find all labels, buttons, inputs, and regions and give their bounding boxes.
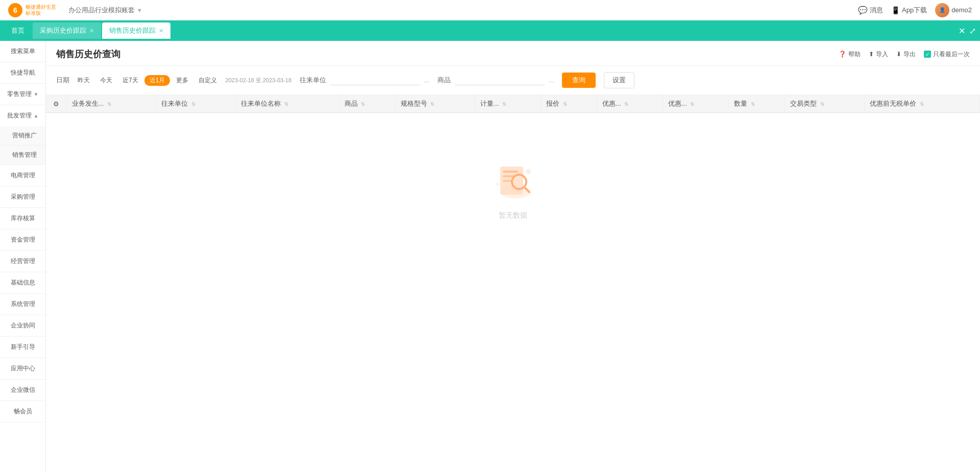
message-label: 消息 xyxy=(870,6,883,15)
th-biz-date[interactable]: 业务发生... ⇅ xyxy=(66,95,156,113)
table-container: ⚙ 业务发生... ⇅ 往来单位 ⇅ 往来单位名称 ⇅ xyxy=(46,95,980,472)
tab-home[interactable]: 首页 xyxy=(4,22,32,39)
sidebar-item-new-guide[interactable]: 新手引导 xyxy=(0,337,45,358)
date-range-text: 2023-02-18 至 2023-03-18 xyxy=(225,77,291,84)
th-unit[interactable]: 计量... ⇅ xyxy=(475,95,541,113)
tab-home-label: 首页 xyxy=(11,26,24,35)
th-partner-name[interactable]: 往来单位名称 ⇅ xyxy=(236,95,339,113)
goods-dots-btn[interactable]: ... xyxy=(549,77,554,84)
sidebar-label-inventory: 库存核算 xyxy=(11,214,35,223)
table-header: ⚙ 业务发生... ⇅ 往来单位 ⇅ 往来单位名称 ⇅ xyxy=(46,95,980,113)
sidebar-item-enterprise-collab[interactable]: 企业协同 xyxy=(0,315,45,337)
partner-dots-btn[interactable]: ... xyxy=(424,77,429,84)
app-title-area[interactable]: 办公用品行业模拟账套 ▼ xyxy=(68,6,142,15)
date-btn-yesterday[interactable]: 昨天 xyxy=(74,75,94,86)
svg-rect-2 xyxy=(503,171,518,173)
sort-unit-icon: ⇅ xyxy=(502,101,506,107)
sidebar-label-basic-info: 基础信息 xyxy=(11,278,35,287)
sidebar-item-marketing[interactable]: 营销推广 xyxy=(0,126,45,146)
sidebar-item-basic-info[interactable]: 基础信息 xyxy=(0,272,45,294)
sidebar-item-inventory[interactable]: 库存核算 xyxy=(0,208,45,229)
tab-bar-right: ✕ ⤢ xyxy=(959,26,976,36)
sidebar: 搜索菜单 快捷导航 零售管理 ▼ 批发管理 ▲ 营销推广 销售管理 电商管理 采… xyxy=(0,41,46,472)
sidebar-item-wholesale[interactable]: 批发管理 ▲ xyxy=(0,105,45,126)
th-discount2[interactable]: 优惠... ⇅ xyxy=(663,95,728,113)
only-last-checkbox-area[interactable]: ✓ 只看最后一次 xyxy=(924,50,970,59)
date-btn-1month[interactable]: 近1月 xyxy=(144,75,170,86)
message-btn[interactable]: 💬 消息 xyxy=(858,6,883,15)
sidebar-item-quick-nav[interactable]: 快捷导航 xyxy=(0,62,45,84)
close-window-icon[interactable]: ✕ xyxy=(959,26,965,36)
sort-discount2-icon: ⇅ xyxy=(690,101,694,107)
empty-icon xyxy=(487,154,538,205)
tab-purchase-close[interactable]: ✕ xyxy=(89,28,94,34)
sidebar-item-ecommerce[interactable]: 电商管理 xyxy=(0,165,45,186)
date-btn-custom[interactable]: 自定义 xyxy=(194,75,221,86)
sidebar-item-ops[interactable]: 经营管理 xyxy=(0,251,45,272)
sidebar-item-enterprise-wechat[interactable]: 企业微信 xyxy=(0,380,45,401)
sidebar-label-wholesale: 批发管理 xyxy=(7,111,32,120)
sort-pre-tax-price-icon: ⇅ xyxy=(920,101,924,107)
export-icon: ⬇ xyxy=(896,51,901,58)
export-btn[interactable]: ⬇ 导出 xyxy=(896,50,916,59)
partner-input[interactable] xyxy=(330,75,420,85)
goods-filter-group: 商品 ... xyxy=(437,75,554,85)
tab-sales-history[interactable]: 销售历史价跟踪 ✕ xyxy=(102,22,170,39)
date-label: 日期 xyxy=(56,76,69,85)
empty-text: 暂无数据 xyxy=(499,211,527,220)
message-icon: 💬 xyxy=(858,6,868,15)
top-header: 6 畅捷通好生意 标准版 办公用品行业模拟账套 ▼ 💬 消息 📱 App下载 👤… xyxy=(0,0,980,20)
th-spec[interactable]: 规格型号 ⇅ xyxy=(395,95,475,113)
page-title: 销售历史价查询 xyxy=(56,48,120,60)
date-btn-7days[interactable]: 近7天 xyxy=(118,75,142,86)
sidebar-item-member[interactable]: 畅会员 xyxy=(0,401,45,422)
date-buttons: 昨天 今天 近7天 近1月 更多 自定义 xyxy=(74,75,221,86)
th-partner-code[interactable]: 往来单位 ⇅ xyxy=(156,95,236,113)
user-area[interactable]: 👤 demo2 xyxy=(935,3,972,17)
th-goods[interactable]: 商品 ⇅ xyxy=(339,95,395,113)
app-download-btn[interactable]: 📱 App下载 xyxy=(891,6,927,15)
goods-label: 商品 xyxy=(437,76,451,85)
sidebar-item-app-center[interactable]: 应用中心 xyxy=(0,358,45,380)
date-btn-today[interactable]: 今天 xyxy=(96,75,116,86)
sidebar-item-purchase[interactable]: 采购管理 xyxy=(0,186,45,208)
header-left: 6 畅捷通好生意 标准版 办公用品行业模拟账套 ▼ xyxy=(8,3,142,17)
export-label: 导出 xyxy=(903,50,916,59)
th-quote[interactable]: 报价 ⇅ xyxy=(541,95,597,113)
sort-biz-date-icon: ⇅ xyxy=(107,101,111,107)
only-last-checkbox[interactable]: ✓ xyxy=(924,51,931,58)
th-qty[interactable]: 数量 ⇅ xyxy=(729,95,785,113)
help-btn[interactable]: ❓ 帮助 xyxy=(839,50,861,59)
th-settings[interactable]: ⚙ xyxy=(46,95,66,113)
maximize-icon[interactable]: ⤢ xyxy=(969,26,976,36)
sidebar-label-ecommerce: 电商管理 xyxy=(11,171,35,180)
sidebar-label-ops: 经营管理 xyxy=(11,257,35,266)
goods-input[interactable] xyxy=(455,75,545,85)
query-btn[interactable]: 查询 xyxy=(562,73,596,88)
sidebar-label-marketing: 营销推广 xyxy=(12,132,37,139)
import-btn[interactable]: ⬆ 导入 xyxy=(869,50,888,59)
logo-icon: 6 xyxy=(8,3,22,17)
sort-partner-name-icon: ⇅ xyxy=(284,101,288,107)
th-trade-type[interactable]: 交易类型 ⇅ xyxy=(785,95,864,113)
sidebar-item-retail[interactable]: 零售管理 ▼ xyxy=(0,84,45,105)
sidebar-item-system[interactable]: 系统管理 xyxy=(0,294,45,315)
th-discount1[interactable]: 优惠... ⇅ xyxy=(597,95,663,113)
sidebar-item-sales-mgmt[interactable]: 销售管理 xyxy=(0,146,45,165)
sidebar-item-finance[interactable]: 资金管理 xyxy=(0,229,45,251)
th-pre-tax-price[interactable]: 优惠前无税单价 ⇅ xyxy=(865,95,980,113)
date-btn-more[interactable]: 更多 xyxy=(172,75,192,86)
logo-text: 畅捷通好生意 标准版 xyxy=(26,4,56,16)
sort-goods-icon: ⇅ xyxy=(361,101,365,107)
settings-btn[interactable]: 设置 xyxy=(604,72,634,88)
tab-purchase-label: 采购历史价跟踪 xyxy=(40,26,86,35)
user-name: demo2 xyxy=(951,6,972,14)
tab-purchase-history[interactable]: 采购历史价跟踪 ✕ xyxy=(33,22,101,39)
page-container: 销售历史价查询 ❓ 帮助 ⬆ 导入 ⬇ 导出 ✓ xyxy=(46,41,980,472)
page-header-actions: ❓ 帮助 ⬆ 导入 ⬇ 导出 ✓ 只看最后一次 xyxy=(839,50,970,59)
page-header: 销售历史价查询 ❓ 帮助 ⬆ 导入 ⬇ 导出 ✓ xyxy=(46,41,980,66)
sidebar-label-system: 系统管理 xyxy=(11,300,35,309)
partner-label: 往来单位 xyxy=(300,76,326,85)
sidebar-item-search-menu[interactable]: 搜索菜单 xyxy=(0,41,45,62)
tab-sales-close[interactable]: ✕ xyxy=(159,28,163,34)
